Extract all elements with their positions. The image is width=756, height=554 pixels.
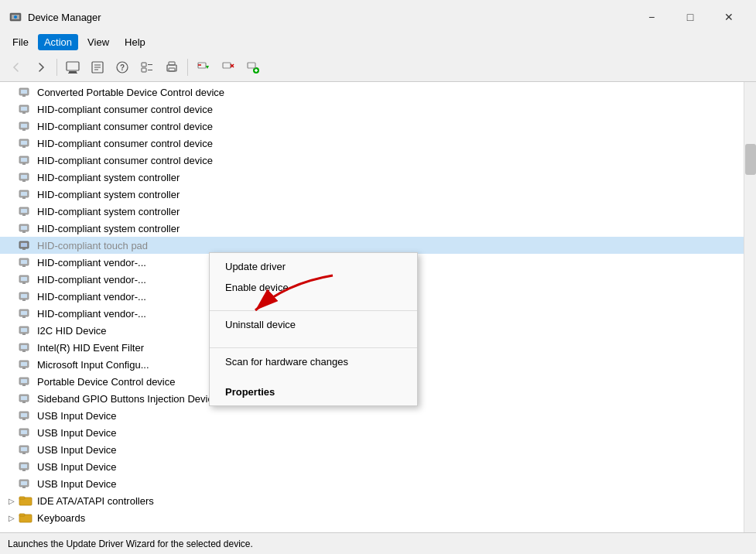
device-item[interactable]: ▷ Keyboards [0, 509, 744, 526]
svg-rect-42 [21, 158, 27, 162]
device-item[interactable]: HID-compliant system controller [0, 169, 744, 186]
device-item[interactable]: USB Input Device [0, 441, 744, 458]
toolbar-add[interactable] [241, 56, 265, 79]
menu-help[interactable]: Help [118, 34, 152, 50]
device-item[interactable]: USB Input Device [0, 475, 744, 492]
context-menu-item-update-driver[interactable]: Update driver [210, 256, 417, 277]
menu-action[interactable]: Action [38, 34, 78, 50]
svg-rect-28 [248, 63, 255, 68]
window-controls: − □ ✕ [634, 5, 747, 29]
device-item[interactable]: ▷ IDE ATA/ATAPI controllers [0, 492, 744, 509]
menu-file[interactable]: File [6, 34, 35, 50]
svg-rect-31 [22, 95, 26, 97]
device-item[interactable]: HID-compliant consumer control device [0, 101, 744, 118]
device-label: USB Input Device [37, 444, 117, 456]
toolbar-back[interactable] [5, 56, 28, 79]
toolbar-properties[interactable] [86, 56, 109, 79]
device-item[interactable]: USB Input Device [0, 458, 744, 475]
svg-rect-94 [22, 453, 26, 454]
device-icon [19, 222, 32, 234]
device-label: Sideband GPIO Buttons Injection Device [37, 393, 218, 405]
device-icon [19, 443, 32, 456]
svg-rect-46 [22, 180, 26, 182]
svg-rect-40 [22, 146, 26, 148]
svg-rect-61 [22, 265, 26, 267]
close-button[interactable]: ✕ [711, 5, 747, 29]
scroll-thumb[interactable] [745, 144, 756, 175]
toolbar-forward[interactable] [29, 56, 53, 79]
toolbar-expand-all[interactable] [135, 56, 159, 79]
svg-rect-81 [21, 379, 27, 383]
expander-icon[interactable]: ▷ [6, 495, 17, 506]
svg-rect-58 [22, 248, 26, 250]
device-icon [19, 273, 32, 286]
context-menu-item-undefined[interactable] [210, 372, 417, 381]
maximize-button[interactable]: □ [672, 5, 708, 29]
menu-bar: File Action View Help [0, 31, 756, 53]
device-label: Microsoft Input Configu... [37, 359, 149, 371]
device-icon [19, 171, 32, 183]
toolbar-print[interactable] [160, 56, 183, 79]
context-menu-item-undefined[interactable] [210, 298, 417, 307]
device-item[interactable]: HID-compliant system controller [0, 203, 744, 220]
svg-rect-43 [22, 163, 26, 165]
device-item[interactable]: HID-compliant system controller [0, 220, 744, 237]
status-text: Launches the Update Driver Wizard for th… [8, 539, 253, 549]
toolbar-computer[interactable] [61, 56, 84, 79]
device-icon [19, 120, 32, 132]
context-menu-item-enable-device[interactable]: Enable device [210, 277, 417, 298]
device-item[interactable]: HID-compliant consumer control device [0, 152, 744, 169]
context-menu-item-properties[interactable]: Properties [210, 381, 417, 402]
device-icon [19, 358, 32, 371]
svg-rect-63 [21, 277, 27, 281]
svg-rect-55 [22, 231, 26, 233]
device-item[interactable]: HID-compliant system controller [0, 186, 744, 203]
context-menu-item-undefined[interactable] [210, 335, 417, 344]
device-icon [19, 154, 32, 166]
toolbar: ? [0, 53, 756, 82]
toolbar-help[interactable]: ? [111, 56, 134, 79]
svg-rect-14 [142, 68, 146, 72]
toolbar-scan[interactable] [192, 56, 215, 79]
menu-view[interactable]: View [81, 34, 115, 50]
toolbar-remove[interactable] [217, 56, 240, 79]
svg-rect-76 [22, 351, 26, 352]
svg-rect-97 [22, 470, 26, 471]
device-item[interactable]: USB Input Device [0, 424, 744, 441]
svg-rect-34 [22, 112, 26, 114]
svg-rect-51 [21, 209, 27, 213]
device-label: USB Input Device [37, 461, 117, 473]
device-label: IDE ATA/ATAPI controllers [37, 495, 154, 507]
device-label: Portable Device Control device [37, 376, 175, 388]
svg-rect-48 [21, 192, 27, 196]
device-icon [19, 426, 32, 439]
context-menu-item-uninstall-device[interactable]: Uninstall device [210, 314, 417, 335]
device-label: Converted Portable Device Control device [37, 87, 224, 98]
scrollbar[interactable] [744, 82, 756, 532]
svg-rect-87 [21, 413, 27, 417]
device-label: USB Input Device [37, 410, 117, 422]
device-label: HID-compliant consumer control device [37, 155, 213, 166]
device-label: HID-compliant system controller [37, 206, 180, 217]
device-icon [19, 290, 32, 303]
device-item[interactable]: HID-compliant consumer control device [0, 135, 744, 152]
device-label: HID-compliant touch pad [37, 240, 148, 251]
device-label: I2C HID Device [37, 325, 107, 337]
device-item[interactable]: HID-compliant consumer control device [0, 118, 744, 135]
svg-rect-72 [21, 328, 27, 332]
title-bar: Device Manager − □ ✕ [0, 0, 756, 31]
device-label: USB Input Device [37, 478, 117, 490]
device-item[interactable]: Converted Portable Device Control device [0, 84, 744, 101]
context-menu-item-scan-hardware[interactable]: Scan for hardware changes [210, 351, 417, 372]
device-icon [19, 188, 32, 200]
minimize-button[interactable]: − [634, 5, 669, 29]
device-icon [19, 205, 32, 217]
device-item[interactable]: HID-compliant touch pad [0, 237, 744, 254]
expander-icon[interactable]: ▷ [6, 512, 17, 523]
device-icon [19, 256, 32, 268]
svg-rect-70 [22, 316, 26, 318]
svg-rect-93 [21, 447, 27, 451]
svg-marker-21 [206, 66, 209, 69]
device-item[interactable]: USB Input Device [0, 407, 744, 424]
svg-rect-73 [22, 333, 26, 335]
